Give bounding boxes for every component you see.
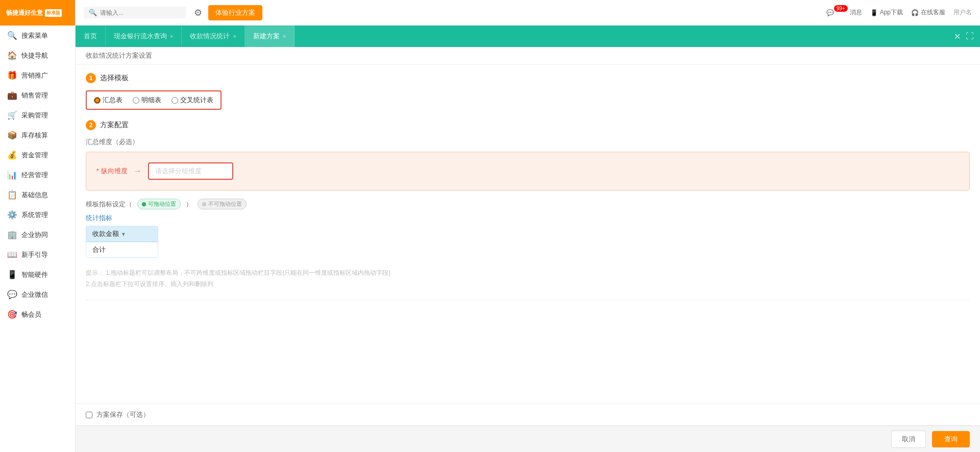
sidebar-item-system[interactable]: ⚙️ 系统管理 [0, 205, 75, 225]
tip-2: 2.点击标题栏下拉可设置排序、插入列和删除列 [86, 279, 970, 290]
sidebar-item-purchase[interactable]: 🛒 采购管理 [0, 105, 75, 125]
template-option-cross[interactable]: 交叉统计表 [172, 96, 213, 105]
close-new-plan-icon[interactable]: × [283, 33, 286, 39]
close-receipt-stats-icon[interactable]: × [233, 33, 236, 39]
main-area: 🔍 ⚙ 体验行业方案 💬 99+ 消息 📱 App下载 🎧 在线客服 用户名 首… [76, 0, 980, 452]
section2-num: 2 [86, 120, 96, 130]
sidebar-item-inventory[interactable]: 📦 库存核算 [0, 125, 75, 145]
service-button[interactable]: 🎧 在线客服 [911, 8, 945, 17]
sidebar-item-label: 基础信息 [21, 191, 48, 200]
tab-receipt-stats-label: 收款情况统计 [190, 32, 230, 41]
template-radio-summary[interactable] [94, 97, 101, 104]
undraggable-label: 不可拖动位置 [208, 200, 242, 208]
tab-new-plan[interactable]: 新建方案 × [245, 26, 295, 47]
dimension-select[interactable]: 请选择分组维度 [148, 162, 233, 180]
sales-icon: 💼 [7, 90, 17, 100]
tab-receipt-stats[interactable]: 收款情况统计 × [182, 26, 244, 47]
logo-text: 畅捷通好生意 [6, 9, 43, 16]
minimize-icon[interactable]: ✕ [954, 32, 961, 41]
section1-header: 1 选择模板 [86, 73, 970, 83]
draggable-label: 可拖动位置 [148, 200, 176, 208]
sidebar-item-label: 资金管理 [21, 151, 48, 160]
sidebar-item-finance[interactable]: 💰 资金管理 [0, 145, 75, 165]
template-radio-cross[interactable] [172, 97, 178, 104]
dropdown-arrow-icon[interactable]: ▾ [122, 231, 125, 237]
gear-icon[interactable]: ⚙ [194, 7, 202, 18]
sidebar-item-label: 新手引导 [21, 250, 48, 259]
sidebar-item-search[interactable]: 🔍 搜索菜单 [0, 26, 75, 45]
template-option-detail[interactable]: 明细表 [133, 96, 161, 105]
sidebar-item-wechat[interactable]: 💬 企业微信 [0, 284, 75, 304]
sidebar-item-label: 库存核算 [21, 131, 48, 140]
tabbar: 首页 现金银行流水查询 × 收款情况统计 × 新建方案 × ✕ ⛶ [76, 26, 980, 47]
metrics-label-row: 模板指标设定（ 可拖动位置 ） 不可拖动位置 [86, 199, 970, 209]
download-icon: 📱 [870, 9, 878, 16]
save-area: 方案保存（可选） [76, 403, 980, 425]
metrics-table: 收款金额 ▾ 合计 [86, 226, 158, 258]
section2-header: 2 方案配置 [86, 120, 970, 130]
save-label: 方案保存（可选） [96, 410, 150, 419]
tab-home[interactable]: 首页 [76, 26, 106, 47]
sidebar-item-sales[interactable]: 💼 销售管理 [0, 85, 75, 105]
template-options-box: 汇总表 明细表 交叉统计表 [86, 90, 222, 110]
sidebar-item-guide[interactable]: 📖 新手引导 [0, 245, 75, 265]
user-display: 用户名 [953, 8, 972, 17]
notification-badge: 99+ [834, 5, 848, 12]
query-button[interactable]: 查询 [932, 431, 970, 447]
sidebar-item-marketing[interactable]: 🎁 营销推广 [0, 65, 75, 85]
sidebar-item-smarthw[interactable]: 📱 智能硬件 [0, 265, 75, 284]
subtotal-label: 合计 [92, 246, 106, 253]
home-icon: 🏠 [7, 51, 17, 60]
cancel-button[interactable]: 取消 [891, 431, 926, 448]
metrics-section: 模板指标设定（ 可拖动位置 ） 不可拖动位置 统计指标 [86, 199, 970, 259]
message-button[interactable]: 💬 99+ 消息 [826, 8, 862, 17]
metrics-subtotal-row: 合计 [86, 242, 158, 257]
undraggable-badge: 不可拖动位置 [198, 199, 247, 209]
template-option-summary[interactable]: 汇总表 [94, 96, 122, 105]
guide-icon: 📖 [7, 250, 17, 259]
sidebar-item-member[interactable]: 🎯 畅会员 [0, 304, 75, 324]
template-radio-detail[interactable] [133, 97, 139, 104]
sidebar-item-quicknav[interactable]: 🏠 快捷导航 [0, 45, 75, 65]
search-input[interactable] [100, 9, 172, 16]
message-icon: 💬 [826, 9, 834, 16]
download-button[interactable]: 📱 App下载 [870, 8, 903, 17]
undraggable-dot [202, 202, 206, 206]
metrics-header-text: 模板指标设定（ [86, 200, 132, 209]
sidebar-item-label: 畅会员 [21, 310, 41, 319]
tab-bank-flow[interactable]: 现金银行流水查询 × [106, 26, 182, 47]
vertical-dimension-label: * 纵向维度 [96, 166, 128, 176]
sidebar-item-enterprise[interactable]: 🏢 企业协同 [0, 225, 75, 245]
topbar-search-box[interactable]: 🔍 [84, 7, 186, 18]
maximize-icon[interactable]: ⛶ [966, 32, 974, 41]
metrics-label-sep: ） [186, 200, 192, 209]
gift-icon: 🎁 [7, 70, 17, 80]
sidebar-item-basicinfo[interactable]: 📋 基础信息 [0, 185, 75, 205]
template-cross-label: 交叉统计表 [180, 96, 213, 105]
system-icon: ⚙️ [7, 210, 17, 220]
sidebar-item-label: 快捷导航 [21, 51, 48, 60]
sidebar-item-label: 营销推广 [21, 71, 48, 80]
dimension-section-title: 汇总维度（必选） [86, 137, 970, 147]
sidebar-item-label: 企业微信 [21, 290, 48, 299]
save-checkbox[interactable] [86, 412, 92, 418]
section2-title: 方案配置 [100, 121, 129, 130]
wechat-icon: 💬 [7, 290, 17, 299]
message-label: 消息 [850, 8, 862, 17]
sidebar-item-label: 智能硬件 [21, 270, 48, 279]
close-bank-flow-icon[interactable]: × [170, 33, 173, 39]
sidebar-item-label: 经营管理 [21, 171, 48, 180]
tip-1: 提示： 1.拖动标题栏可以调整布局，不可跨维度或指标区域拖动栏目字段(只能在同一… [86, 268, 970, 279]
trial-button[interactable]: 体验行业方案 [208, 5, 262, 20]
sidebar-logo: 畅捷通好生意 标准版 [0, 0, 75, 26]
section1-title: 选择模板 [100, 74, 129, 83]
sidebar: 畅捷通好生意 标准版 🔍 搜索菜单 🏠 快捷导航 🎁 营销推广 💼 销售管理 🛒… [0, 0, 76, 452]
sidebar-item-operation[interactable]: 📊 经营管理 [0, 165, 75, 185]
sidebar-item-label: 系统管理 [21, 210, 48, 220]
purchase-icon: 🛒 [7, 110, 17, 120]
content-area: 收款情况统计方案设置 1 选择模板 汇总表 明细表 [76, 47, 980, 452]
topbar: 🔍 ⚙ 体验行业方案 💬 99+ 消息 📱 App下载 🎧 在线客服 用户名 [76, 0, 980, 26]
metrics-column-header[interactable]: 收款金额 ▾ [86, 226, 158, 242]
service-label: 在线客服 [921, 8, 945, 17]
sidebar-item-label: 采购管理 [21, 111, 48, 120]
